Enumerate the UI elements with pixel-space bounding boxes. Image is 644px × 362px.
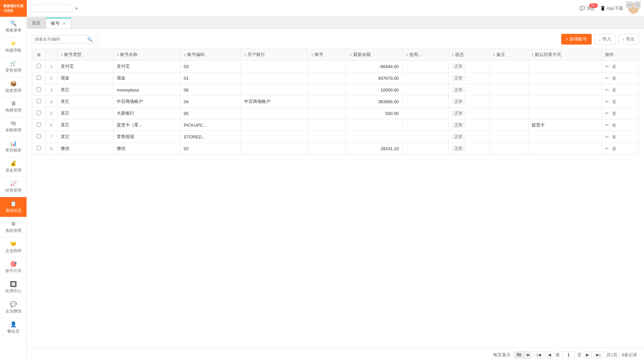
edit-icon[interactable]: ✏ bbox=[605, 75, 609, 81]
maximize-button[interactable]: □ bbox=[634, 1, 641, 8]
sidebar-item-ecommerce[interactable]: 🖥 电商管理 bbox=[0, 97, 26, 117]
col-gear[interactable]: ⚙ bbox=[32, 49, 46, 61]
edit-icon[interactable]: ✏ bbox=[605, 146, 609, 151]
sidebar-item-purchase[interactable]: 🛍 采购管理 bbox=[0, 117, 26, 137]
sidebar-item-agreement[interactable]: 🤝 企业协同 bbox=[0, 237, 26, 257]
col-remark[interactable]: ↕ 备注 bbox=[489, 49, 528, 61]
row-checkbox[interactable] bbox=[32, 84, 46, 96]
col-default-payment[interactable]: ↕ 默认结算方式 bbox=[528, 49, 602, 61]
add-account-button[interactable]: + 新增账号 bbox=[561, 34, 592, 45]
delete-icon[interactable]: 🗑 bbox=[612, 99, 616, 104]
tabbar: 首页 账号 ✕ — □ bbox=[27, 17, 644, 29]
col-name[interactable]: ↕ 账号名称 bbox=[113, 49, 180, 61]
delete-icon[interactable]: 🗑 bbox=[612, 146, 616, 151]
basic-icon: 📋 bbox=[2, 200, 25, 207]
tab-close-icon[interactable]: ✕ bbox=[62, 21, 66, 26]
sidebar-item-wholesale[interactable]: 📦 批发管理 bbox=[0, 77, 26, 97]
page-input[interactable] bbox=[562, 351, 575, 358]
sidebar-item-retail[interactable]: 🛒 零售管理 bbox=[0, 57, 26, 77]
row-num: 4 bbox=[46, 96, 57, 108]
col-status-label: 状态 bbox=[455, 52, 464, 57]
edit-icon[interactable]: ✏ bbox=[605, 122, 609, 128]
col-balance[interactable]: ↕ 最新余额 bbox=[346, 49, 402, 61]
row-checkbox[interactable] bbox=[32, 108, 46, 119]
main-area: ▾ 💬 消息 99+ 📱 App下载 首页 账号 ✕ — □ bbox=[27, 0, 644, 362]
sidebar-item-basic[interactable]: 📋 基础信息 bbox=[0, 197, 26, 217]
row-default-payment bbox=[528, 84, 602, 96]
col-type[interactable]: ↕ 账号类型 bbox=[57, 49, 113, 61]
content-area: 🔍 + 新增账号 ↓ 导入 ↑ 导出 ⚙ bbox=[27, 29, 644, 362]
row-code: PICKUPC... bbox=[180, 119, 240, 131]
delete-icon[interactable]: 🗑 bbox=[612, 87, 616, 93]
sidebar-item-inventory[interactable]: 📊 库存核算 bbox=[0, 137, 26, 157]
retail-icon: 🛒 bbox=[2, 60, 25, 67]
sidebar-item-operations[interactable]: 📈 经营管理 bbox=[0, 177, 26, 197]
row-usage bbox=[402, 61, 448, 72]
sidebar: 畅捷通好生意 乐惠版 🔍 搜索菜单 ⚡ 快捷导航 🛒 零售管理 📦 批发管理 🖥… bbox=[0, 0, 27, 362]
edit-icon[interactable]: ✏ bbox=[605, 111, 609, 116]
download-button[interactable]: 📱 App下载 bbox=[600, 5, 623, 11]
row-remark bbox=[489, 61, 528, 72]
sidebar-item-system[interactable]: ⚙ 系统管理 bbox=[0, 217, 26, 237]
import-button[interactable]: ↓ 导入 bbox=[594, 34, 615, 45]
delete-icon[interactable]: 🗑 bbox=[612, 75, 616, 81]
col-code[interactable]: ↕ 账号编码 bbox=[180, 49, 240, 61]
row-checkbox[interactable] bbox=[32, 143, 46, 155]
row-usage bbox=[402, 84, 448, 96]
delete-icon[interactable]: 🗑 bbox=[612, 134, 616, 139]
last-page-button[interactable]: ▶| bbox=[594, 351, 603, 358]
col-bank[interactable]: ↕ 开户银行 bbox=[241, 49, 308, 61]
row-default-payment bbox=[528, 108, 602, 119]
search-icon[interactable]: 🔍 bbox=[87, 37, 93, 42]
row-checkbox[interactable] bbox=[32, 96, 46, 108]
delete-icon[interactable]: 🗑 bbox=[612, 122, 616, 128]
search-input[interactable] bbox=[35, 37, 85, 42]
row-checkbox[interactable] bbox=[32, 131, 46, 143]
edit-icon[interactable]: ✏ bbox=[605, 87, 609, 93]
import-icon: ↓ bbox=[599, 37, 601, 42]
prev-page-button[interactable]: ◀ bbox=[545, 351, 553, 358]
first-page-button[interactable]: |◀ bbox=[534, 351, 543, 358]
tab-account[interactable]: 账号 ✕ bbox=[46, 18, 71, 28]
edit-icon[interactable]: ✏ bbox=[605, 64, 609, 69]
delete-icon[interactable]: 🗑 bbox=[612, 111, 616, 116]
sidebar-item-shortcut[interactable]: ⚡ 快捷导航 bbox=[0, 37, 26, 57]
col-status[interactable]: ↕ 状态 bbox=[448, 49, 489, 61]
minimize-button[interactable]: — bbox=[626, 1, 633, 8]
sidebar-item-app-center[interactable]: 🔲 应用中心 bbox=[0, 278, 26, 298]
sidebar-item-guide[interactable]: 🎯 新手引导 bbox=[0, 257, 26, 278]
row-balance: 547670.00 bbox=[346, 72, 402, 84]
export-button[interactable]: ↑ 导出 bbox=[618, 34, 639, 45]
col-num bbox=[46, 49, 57, 61]
topbar-search-input[interactable] bbox=[32, 4, 72, 12]
delete-icon[interactable]: 🗑 bbox=[612, 64, 616, 69]
row-bank bbox=[241, 131, 308, 143]
topbar-dropdown-icon[interactable]: ▾ bbox=[75, 6, 78, 11]
sidebar-item-member[interactable]: 👤 畅会员 bbox=[0, 318, 26, 338]
messages-button[interactable]: 💬 消息 99+ bbox=[580, 5, 595, 11]
row-bank: 中百商场账户 bbox=[241, 96, 308, 108]
edit-icon[interactable]: ✏ bbox=[605, 99, 609, 104]
row-status: 正常 bbox=[448, 96, 489, 108]
row-checkbox[interactable] bbox=[32, 61, 46, 72]
window-controls: — □ bbox=[626, 1, 644, 8]
search-box[interactable]: 🔍 bbox=[32, 35, 99, 44]
col-account-no[interactable]: ↕ 账号 bbox=[308, 49, 346, 61]
row-default-payment bbox=[528, 143, 602, 155]
row-type: 其它 bbox=[57, 84, 113, 96]
member-icon: 👤 bbox=[2, 321, 25, 327]
sidebar-item-search[interactable]: 🔍 搜索菜单 bbox=[0, 17, 26, 37]
per-page-select[interactable]: 50 100 bbox=[514, 351, 531, 359]
next-page-button[interactable]: ▶ bbox=[584, 351, 592, 358]
col-usage[interactable]: ↕ 使用... bbox=[402, 49, 448, 61]
row-name: moneybosx bbox=[113, 84, 180, 96]
row-checkbox[interactable] bbox=[32, 119, 46, 131]
row-type: 支付宝 bbox=[57, 61, 113, 72]
sidebar-item-finance[interactable]: 💰 资金管理 bbox=[0, 157, 26, 177]
tab-home[interactable]: 首页 bbox=[27, 18, 46, 28]
row-checkbox[interactable] bbox=[32, 72, 46, 84]
app-center-icon: 🔲 bbox=[2, 281, 25, 287]
edit-icon[interactable]: ✏ bbox=[605, 134, 609, 139]
sidebar-item-wechat[interactable]: 💬 企业微信 bbox=[0, 298, 26, 318]
row-type: 其它 bbox=[57, 131, 113, 143]
